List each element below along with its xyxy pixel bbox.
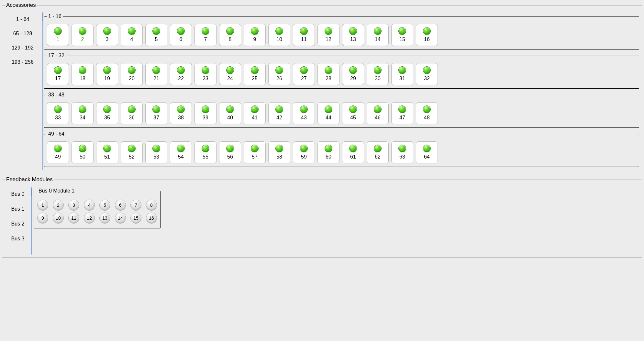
accessory-button[interactable]: 9 — [244, 24, 266, 46]
accessory-button[interactable]: 46 — [367, 102, 389, 124]
accessory-button[interactable]: 6 — [170, 24, 192, 46]
accessory-range-tab[interactable]: 1 - 64 — [5, 12, 40, 27]
feedback-port-button[interactable]: 9 — [37, 213, 48, 224]
accessory-button[interactable]: 18 — [72, 63, 94, 85]
accessory-button[interactable]: 14 — [367, 24, 389, 46]
accessory-button[interactable]: 41 — [244, 102, 266, 124]
status-lamp-icon — [350, 106, 357, 113]
accessory-button[interactable]: 32 — [416, 63, 438, 85]
accessory-button[interactable]: 44 — [317, 102, 339, 124]
feedback-port-button[interactable]: 5 — [99, 200, 110, 211]
accessory-button[interactable]: 25 — [244, 63, 266, 85]
feedback-port-button[interactable]: 2 — [53, 200, 64, 211]
accessory-button[interactable]: 5 — [145, 24, 167, 46]
accessory-button[interactable]: 19 — [96, 63, 118, 85]
status-lamp-icon — [276, 145, 283, 152]
accessory-button[interactable]: 56 — [219, 141, 241, 163]
accessory-button[interactable]: 28 — [317, 63, 339, 85]
feedback-port-button[interactable]: 3 — [68, 200, 79, 211]
accessory-button[interactable]: 33 — [47, 102, 69, 124]
feedback-port-number: 2 — [57, 203, 60, 208]
accessory-range-tab[interactable]: 129 - 192 — [5, 41, 40, 55]
accessory-button[interactable]: 15 — [391, 24, 413, 46]
accessory-button[interactable]: 51 — [96, 141, 118, 163]
bus-tab[interactable]: Bus 2 — [5, 216, 31, 231]
bus-tab[interactable]: Bus 1 — [5, 202, 31, 216]
feedback-port-button[interactable]: 1 — [37, 200, 48, 211]
feedback-port-number: 1 — [41, 203, 44, 208]
accessory-button[interactable]: 31 — [391, 63, 413, 85]
feedback-port-button[interactable]: 6 — [115, 200, 126, 211]
feedback-port-button[interactable]: 11 — [68, 213, 79, 224]
accessory-button[interactable]: 47 — [391, 102, 413, 124]
bus-tab[interactable]: Bus 0 — [5, 187, 31, 202]
accessory-button[interactable]: 58 — [268, 141, 290, 163]
accessory-button[interactable]: 26 — [268, 63, 290, 85]
accessory-button[interactable]: 52 — [121, 141, 143, 163]
accessory-button[interactable]: 45 — [342, 102, 364, 124]
accessory-button[interactable]: 10 — [268, 24, 290, 46]
feedback-port-button[interactable]: 8 — [146, 200, 157, 211]
accessory-button[interactable]: 40 — [219, 102, 241, 124]
accessory-button[interactable]: 61 — [342, 141, 364, 163]
status-lamp-icon — [325, 145, 332, 152]
accessory-button[interactable]: 36 — [121, 102, 143, 124]
accessory-button[interactable]: 42 — [268, 102, 290, 124]
accessory-button[interactable]: 16 — [416, 24, 438, 46]
accessory-button[interactable]: 24 — [219, 63, 241, 85]
feedback-port-button[interactable]: 15 — [130, 213, 141, 224]
accessory-button[interactable]: 30 — [367, 63, 389, 85]
accessory-button[interactable]: 64 — [416, 141, 438, 163]
accessory-button[interactable]: 57 — [244, 141, 266, 163]
accessory-button[interactable]: 59 — [293, 141, 315, 163]
status-lamp-icon — [128, 28, 135, 35]
feedback-port-button[interactable]: 4 — [84, 200, 95, 211]
feedback-port-button[interactable]: 7 — [130, 200, 141, 211]
accessory-button[interactable]: 39 — [194, 102, 217, 124]
accessory-number: 61 — [350, 154, 356, 160]
accessory-button[interactable]: 1 — [47, 24, 69, 46]
feedback-port-button[interactable]: 14 — [115, 213, 126, 224]
accessory-button[interactable]: 22 — [170, 63, 192, 85]
accessory-button[interactable]: 21 — [145, 63, 167, 85]
accessory-button[interactable]: 53 — [145, 141, 167, 163]
accessory-button[interactable]: 34 — [72, 102, 94, 124]
accessory-button[interactable]: 8 — [219, 24, 241, 46]
accessory-button[interactable]: 13 — [342, 24, 364, 46]
accessory-button[interactable]: 27 — [293, 63, 315, 85]
accessory-button[interactable]: 17 — [47, 63, 69, 85]
accessory-range-tab[interactable]: 65 - 128 — [5, 27, 40, 41]
accessory-button[interactable]: 63 — [391, 141, 413, 163]
accessory-button[interactable]: 50 — [72, 141, 94, 163]
accessory-button[interactable]: 62 — [367, 141, 389, 163]
bus-tab[interactable]: Bus 3 — [5, 231, 31, 246]
accessory-button[interactable]: 23 — [194, 63, 217, 85]
accessory-button[interactable]: 54 — [170, 141, 192, 163]
tab-label: 129 - 192 — [12, 45, 34, 50]
accessory-button[interactable]: 37 — [145, 102, 167, 124]
accessory-button[interactable]: 20 — [121, 63, 143, 85]
accessory-button[interactable]: 29 — [342, 63, 364, 85]
accessory-button[interactable]: 43 — [293, 102, 315, 124]
accessory-range-tab[interactable]: 193 - 256 — [5, 55, 40, 69]
accessory-button[interactable]: 38 — [170, 102, 192, 124]
accessory-button[interactable]: 3 — [96, 24, 118, 46]
accessory-button[interactable]: 7 — [194, 24, 217, 46]
accessory-button[interactable]: 4 — [121, 24, 143, 46]
status-lamp-icon — [79, 28, 86, 35]
accessory-number: 14 — [375, 37, 381, 42]
status-lamp-icon — [177, 67, 184, 74]
accessory-button[interactable]: 12 — [317, 24, 339, 46]
feedback-port-button[interactable]: 12 — [84, 213, 95, 224]
accessory-button[interactable]: 11 — [293, 24, 315, 46]
accessory-button[interactable]: 2 — [72, 24, 94, 46]
status-lamp-icon — [251, 28, 258, 35]
accessory-button[interactable]: 55 — [194, 141, 217, 163]
accessory-button[interactable]: 60 — [317, 141, 339, 163]
accessory-button[interactable]: 49 — [47, 141, 69, 163]
accessory-button[interactable]: 48 — [416, 102, 438, 124]
feedback-port-button[interactable]: 16 — [146, 213, 157, 224]
feedback-port-button[interactable]: 13 — [99, 213, 110, 224]
accessory-button[interactable]: 35 — [96, 102, 118, 124]
feedback-port-button[interactable]: 10 — [53, 213, 64, 224]
